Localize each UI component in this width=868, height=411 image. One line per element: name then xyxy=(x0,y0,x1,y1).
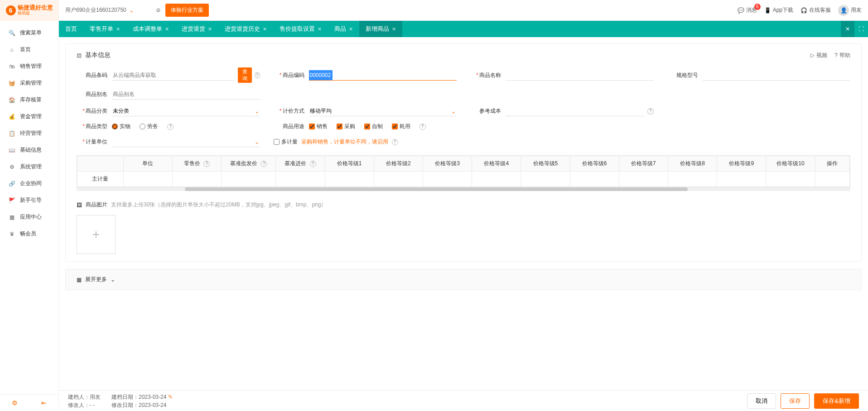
creator-label: 建档人： xyxy=(68,394,90,400)
help-icon[interactable]: ? xyxy=(420,124,426,130)
nav-purchase[interactable]: 🧺采购管理 xyxy=(0,75,58,91)
tab-0[interactable]: 首页 xyxy=(59,21,83,37)
close-all-tabs[interactable]: ✕ xyxy=(841,21,854,37)
expand-more[interactable]: ▦ 展开更多 ⌄ xyxy=(65,269,862,290)
nav-search[interactable]: 🔍搜索菜单 xyxy=(0,24,58,41)
nav-finance[interactable]: 💰资金管理 xyxy=(0,108,58,125)
fullscreen-button[interactable]: ⛶ xyxy=(854,21,868,37)
app-download-button[interactable]: 📱App下载 xyxy=(764,6,793,14)
table-cell[interactable] xyxy=(222,172,276,187)
nav-inventory[interactable]: 🏠库存核算 xyxy=(0,91,58,108)
unit-select[interactable] xyxy=(112,137,260,147)
barcode-input[interactable] xyxy=(112,70,235,81)
nav-sales[interactable]: 🛍销售管理 xyxy=(0,58,58,75)
save-new-button[interactable]: 保存&新增 xyxy=(814,393,859,409)
help-icon[interactable]: ? xyxy=(167,124,174,130)
table-cell[interactable] xyxy=(815,172,849,187)
table-cell[interactable] xyxy=(123,172,172,187)
help-link[interactable]: ? 帮助 xyxy=(834,52,850,59)
nav-guide[interactable]: 🚩新手引导 xyxy=(0,192,58,209)
settings-icon[interactable]: ⚙ xyxy=(156,7,161,14)
close-icon[interactable]: ✕ xyxy=(165,26,169,32)
edit-date-icon[interactable]: ✎ xyxy=(168,394,173,400)
tab-7[interactable]: 新增商品✕ xyxy=(359,21,402,37)
save-button[interactable]: 保存 xyxy=(781,393,810,409)
help-icon[interactable]: ? xyxy=(392,139,398,145)
close-icon[interactable]: ✕ xyxy=(392,26,396,32)
alias-label: 商品别名 xyxy=(77,91,112,98)
help-icon[interactable]: ? xyxy=(203,161,210,167)
usage-purchase-check[interactable]: 采购 xyxy=(337,123,355,130)
table-cell[interactable] xyxy=(619,172,668,187)
collapse-button[interactable]: ⇤ xyxy=(29,395,59,411)
help-icon[interactable]: ? xyxy=(260,161,267,167)
cancel-button[interactable]: 取消 xyxy=(747,393,776,409)
try-industry-button[interactable]: 体验行业方案 xyxy=(165,4,209,17)
table-cell[interactable] xyxy=(173,172,222,187)
spec-input[interactable] xyxy=(703,70,851,81)
tab-3[interactable]: 进货退货✕ xyxy=(175,21,218,37)
usage-consume-check[interactable]: 耗用 xyxy=(392,123,410,130)
messages-button[interactable]: 💬 消息 6 xyxy=(738,6,757,14)
tab-4[interactable]: 进货退货历史✕ xyxy=(218,21,273,37)
mdate-label: 修改日期： xyxy=(111,402,139,408)
type-physical-radio[interactable]: 实物 xyxy=(112,123,130,130)
nav-basedata[interactable]: 📖基础信息 xyxy=(0,142,58,158)
content: ▤ 基本信息 ▷ 视频 ? 帮助 商品条码 查询 ? xyxy=(59,37,868,390)
modifier-label: 修改人： xyxy=(68,402,90,408)
close-icon[interactable]: ✕ xyxy=(263,26,267,32)
table-cell[interactable] xyxy=(766,172,815,187)
tab-5[interactable]: 售价提取设置✕ xyxy=(273,21,328,37)
table-cell[interactable] xyxy=(472,172,521,187)
close-icon[interactable]: ✕ xyxy=(318,26,322,32)
logo-icon: 6 xyxy=(6,5,16,15)
code-input[interactable] xyxy=(309,70,457,81)
nav-apps[interactable]: ▦应用中心 xyxy=(0,209,58,225)
refcost-input[interactable] xyxy=(506,106,645,116)
tab-6[interactable]: 商品✕ xyxy=(328,21,359,37)
support-button[interactable]: 🎧在线客服 xyxy=(800,6,831,14)
table-cell[interactable] xyxy=(717,172,766,187)
company-selector[interactable]: 用户690企业1660120750 ⌄ xyxy=(65,6,151,14)
type-service-radio[interactable]: 劳务 xyxy=(140,123,158,130)
usage-sale-check[interactable]: 销售 xyxy=(309,123,328,130)
table-cell[interactable]: 主计量 xyxy=(77,172,124,187)
nav-collab[interactable]: 🔗企业协同 xyxy=(0,175,58,192)
tabbar: 首页零售开单✕成本调整单✕进货退货✕进货退货历史✕售价提取设置✕商品✕新增商品✕… xyxy=(59,21,868,37)
upload-title: 商品图片 xyxy=(86,201,107,209)
name-input[interactable] xyxy=(506,70,654,81)
table-cell[interactable] xyxy=(325,172,374,187)
close-icon[interactable]: ✕ xyxy=(208,26,212,32)
table-cell[interactable] xyxy=(423,172,472,187)
multi-unit-check[interactable]: 多计量 xyxy=(274,138,298,146)
nav-business[interactable]: 📋经营管理 xyxy=(0,125,58,142)
usage-selfmade-check[interactable]: 自制 xyxy=(364,123,383,130)
settings-button[interactable]: ⚙ xyxy=(0,395,29,411)
category-select[interactable] xyxy=(112,106,260,116)
help-icon[interactable]: ? xyxy=(647,108,653,115)
close-icon[interactable]: ✕ xyxy=(116,26,120,32)
table-cell[interactable] xyxy=(521,172,570,187)
tab-2[interactable]: 成本调整单✕ xyxy=(126,21,175,37)
nav-system[interactable]: ⚙系统管理 xyxy=(0,158,58,175)
table-cell[interactable] xyxy=(374,172,423,187)
nav-vip[interactable]: ♛畅会员 xyxy=(0,225,58,242)
table-cell[interactable] xyxy=(276,172,325,187)
price-table: 单位零售价 ?基准批发价 ?基准进价 ?价格等级1价格等级2价格等级3价格等级4… xyxy=(77,155,850,187)
tab-label: 首页 xyxy=(65,25,77,33)
table-cell[interactable] xyxy=(668,172,717,187)
close-icon[interactable]: ✕ xyxy=(349,26,353,32)
nav-home[interactable]: ⌂首页 xyxy=(0,41,58,58)
video-link[interactable]: ▷ 视频 xyxy=(810,52,827,59)
warehouse-icon: 🏠 xyxy=(8,96,15,104)
pricing-select[interactable] xyxy=(309,106,457,116)
user-menu[interactable]: 👤用友 xyxy=(838,5,862,16)
help-icon[interactable]: ? xyxy=(255,72,260,78)
table-scrollbar[interactable] xyxy=(77,187,850,191)
table-cell[interactable] xyxy=(570,172,619,187)
barcode-query-button[interactable]: 查询 xyxy=(238,67,251,83)
upload-button[interactable]: + xyxy=(77,215,116,254)
alias-input[interactable] xyxy=(112,89,260,100)
help-icon[interactable]: ? xyxy=(310,161,316,167)
tab-1[interactable]: 零售开单✕ xyxy=(83,21,126,37)
